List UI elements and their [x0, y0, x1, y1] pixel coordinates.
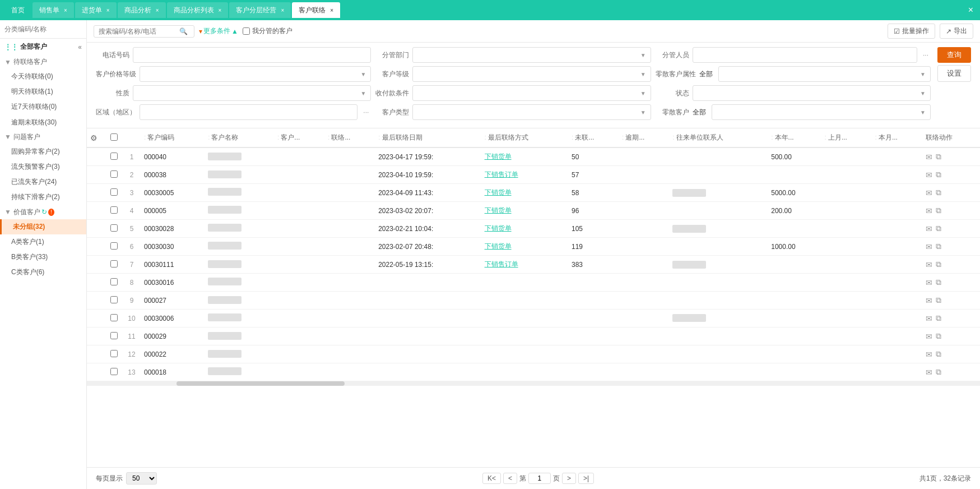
query-button[interactable]: 查询: [937, 47, 971, 63]
close-sales-tab[interactable]: ×: [64, 7, 67, 13]
message-icon-10[interactable]: ✉: [926, 332, 932, 341]
sidebar-search-input[interactable]: [4, 25, 87, 33]
message-icon-8[interactable]: ✉: [926, 296, 932, 305]
my-customers-check[interactable]: [243, 27, 250, 35]
grid-action-icon-0[interactable]: ⧉: [936, 152, 941, 162]
page-size-select[interactable]: 50 100 200: [126, 472, 157, 485]
cell-checkbox-12[interactable]: [105, 363, 123, 381]
message-icon-12[interactable]: ✉: [926, 368, 932, 377]
th-settings[interactable]: ⚙: [87, 128, 105, 147]
th-last-month[interactable]: :上月...: [821, 128, 872, 147]
th-type[interactable]: :客户...: [274, 128, 324, 147]
method-link-6[interactable]: 下销售订单: [485, 260, 518, 268]
all-customers-header[interactable]: ⋮⋮ 全部客户 «: [0, 39, 86, 55]
grid-action-icon-3[interactable]: ⧉: [936, 206, 941, 215]
grid-action-icon-4[interactable]: ⧉: [936, 224, 941, 233]
message-icon-11[interactable]: ✉: [926, 350, 932, 359]
cell-last-method-2[interactable]: 下销货单: [481, 184, 568, 202]
cell-last-method-0[interactable]: 下销货单: [481, 147, 568, 166]
sidebar-item-abnormal[interactable]: 固购异常客户(2): [0, 144, 86, 159]
last-page-btn[interactable]: >|: [578, 473, 594, 484]
reset-button[interactable]: 设置: [937, 65, 971, 82]
th-contact[interactable]: :联络...: [324, 128, 375, 147]
cell-checkbox-2[interactable]: [105, 184, 123, 202]
close-purchase-tab[interactable]: ×: [106, 7, 110, 13]
sidebar-group-value[interactable]: ▼ 价值客户 ↻ !: [0, 205, 86, 219]
cell-checkbox-9[interactable]: [105, 310, 123, 327]
cell-checkbox-7[interactable]: [105, 274, 123, 292]
th-this-month[interactable]: :本月...: [872, 128, 922, 147]
tab-product-analysis[interactable]: 商品分析 ×: [118, 2, 166, 18]
filter-search-icon[interactable]: 🔍: [179, 27, 188, 35]
sidebar-item-churn-warning[interactable]: 流失预警客户(3): [0, 159, 86, 174]
cell-checkbox-5[interactable]: [105, 238, 123, 256]
grid-action-icon-2[interactable]: ⧉: [936, 188, 941, 197]
page-number-input[interactable]: [528, 473, 551, 484]
cell-checkbox-4[interactable]: [105, 220, 123, 238]
cell-checkbox-8[interactable]: [105, 292, 123, 310]
filter-price-level-select[interactable]: ▼: [140, 66, 371, 82]
sidebar-item-today-pending[interactable]: 今天待联络(0): [0, 69, 86, 84]
close-customer-layer-tab[interactable]: ×: [281, 7, 284, 13]
th-name[interactable]: :客户名称: [205, 128, 274, 147]
cell-checkbox-6[interactable]: [105, 256, 123, 274]
close-product-list-tab[interactable]: ×: [219, 7, 222, 13]
sidebar-item-overdue-pending[interactable]: 逾期未联络(30): [0, 115, 86, 130]
th-no-contact[interactable]: :未联...: [568, 128, 619, 147]
filter-phone-input[interactable]: [133, 47, 371, 63]
method-link-5[interactable]: 下销货单: [485, 242, 512, 250]
batch-ops-button[interactable]: ☑ 批量操作: [888, 24, 935, 39]
sidebar-item-tomorrow-pending[interactable]: 明天待联络(1): [0, 84, 86, 99]
filter-region-select[interactable]: [140, 104, 357, 120]
cell-last-method-6[interactable]: 下销售订单: [481, 256, 568, 274]
method-link-4[interactable]: 下销货单: [485, 224, 512, 232]
filter-status-select[interactable]: ▼: [693, 85, 931, 101]
more-conditions-btn[interactable]: ▾ 更多条件 ▲: [199, 26, 238, 36]
message-icon-3[interactable]: ✉: [926, 206, 932, 215]
message-icon-0[interactable]: ✉: [926, 153, 932, 162]
th-last-contact-method[interactable]: :最后联络方式: [481, 128, 568, 147]
message-icon-7[interactable]: ✉: [926, 278, 932, 287]
sidebar-item-group-c[interactable]: C类客户(6): [0, 265, 86, 280]
method-link-3[interactable]: 下销货单: [485, 206, 512, 214]
sidebar-item-group-b[interactable]: B类客户(33): [0, 250, 86, 265]
message-icon-1[interactable]: ✉: [926, 170, 932, 179]
grid-action-icon-9[interactable]: ⧉: [936, 313, 941, 323]
th-last-contact-date[interactable]: :最后联络日期: [375, 128, 481, 147]
cell-last-method-4[interactable]: 下销货单: [481, 220, 568, 238]
tab-purchase[interactable]: 进货单 ×: [75, 2, 117, 18]
filter-sparse-customer-select[interactable]: ▼: [712, 104, 931, 120]
value-refresh-icon[interactable]: ↻: [41, 208, 47, 216]
method-link-2[interactable]: 下销货单: [485, 188, 512, 196]
close-product-analysis-tab[interactable]: ×: [156, 7, 159, 13]
cell-checkbox-0[interactable]: [105, 147, 123, 166]
filter-search-box[interactable]: 🔍: [94, 25, 194, 38]
cell-last-method-1[interactable]: 下销售订单: [481, 166, 568, 184]
grid-action-icon-5[interactable]: ⧉: [936, 242, 941, 251]
sidebar-item-churned[interactable]: 已流失客户(24): [0, 174, 86, 190]
filter-search-input[interactable]: [99, 27, 177, 35]
message-icon-2[interactable]: ✉: [926, 188, 932, 197]
th-overdue[interactable]: :逾期...: [619, 128, 669, 147]
method-link-0[interactable]: 下销货单: [485, 153, 512, 160]
th-code[interactable]: :客户编码: [141, 128, 205, 147]
method-link-1[interactable]: 下销售订单: [485, 170, 518, 178]
filter-sparse-attr-select[interactable]: ▼: [718, 66, 931, 82]
message-icon-5[interactable]: ✉: [926, 242, 932, 251]
sidebar-item-group-a[interactable]: A类客户(1): [0, 234, 86, 250]
export-button[interactable]: ↗ 导出: [940, 24, 973, 39]
grid-action-icon-12[interactable]: ⧉: [936, 367, 941, 377]
filter-person-select[interactable]: [693, 47, 917, 63]
cell-checkbox-10[interactable]: [105, 327, 123, 345]
sidebar-item-week-pending[interactable]: 近7天待联络(0): [0, 99, 86, 114]
grid-action-icon-1[interactable]: ⧉: [936, 170, 941, 179]
cell-last-method-5[interactable]: 下销货单: [481, 238, 568, 256]
filter-dept-select[interactable]: ▼: [412, 47, 651, 63]
grid-action-icon-8[interactable]: ⧉: [936, 296, 941, 305]
filter-customer-type-select[interactable]: ▼: [412, 104, 651, 120]
th-checkbox[interactable]: [105, 128, 123, 147]
tab-sales[interactable]: 销售单 ×: [32, 2, 74, 18]
prev-page-btn[interactable]: <: [503, 473, 517, 484]
grid-action-icon-6[interactable]: ⧉: [936, 260, 941, 269]
cell-checkbox-11[interactable]: [105, 345, 123, 363]
